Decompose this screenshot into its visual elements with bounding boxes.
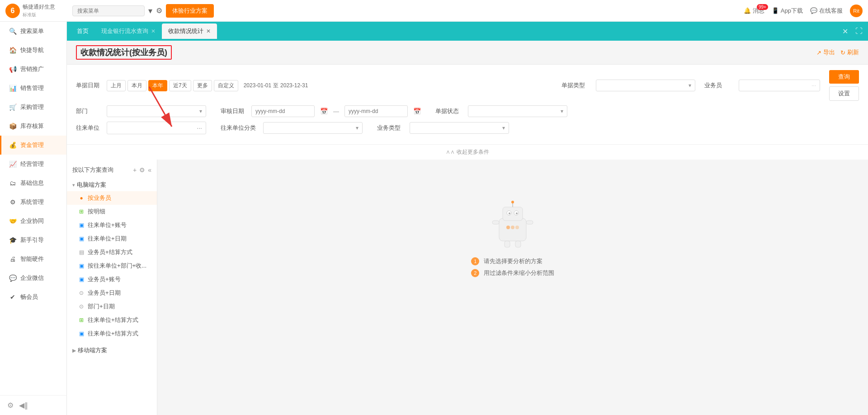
maximize-window-icon[interactable]: ⛶ — [854, 25, 864, 37]
scheme-item-4[interactable]: ▤ 业务员+结算方式 — [67, 245, 157, 259]
sidebar-item-basic[interactable]: 🗂 基础信息 — [0, 174, 66, 193]
svg-rect-8 — [492, 221, 499, 224]
setting-button[interactable]: 设置 — [829, 86, 859, 101]
scheme-mobile-group: ▶ 移动端方案 — [67, 342, 157, 358]
online-service-item[interactable]: 💬 在线客服 — [810, 7, 843, 15]
date-btn-this-year[interactable]: 本年 — [148, 80, 167, 91]
review-date-start-input[interactable] — [251, 105, 315, 117]
doc-type-select[interactable]: ▾ — [596, 80, 695, 91]
review-date-end-input[interactable] — [344, 105, 408, 117]
doc-status-select[interactable]: ▾ — [468, 105, 567, 117]
main-layout: 🔍 搜索菜单 🏠 快捷导航 📢 营销推广 📊 销售管理 🛒 采购管理 📦 库存核… — [0, 22, 868, 415]
date-range: 2023-01-01 至 2023-12-31 — [244, 82, 308, 90]
review-calendar-end-icon[interactable]: 📅 — [413, 108, 421, 115]
tab-collection-stat[interactable]: 收款情况统计 ✕ — [162, 24, 217, 39]
sidebar-item-sales[interactable]: 📊 销售管理 — [0, 79, 66, 98]
filter-row-3: 往来单位 ··· 往来单位分类 ▾ 业务类型 ▾ — [76, 122, 859, 134]
collapse-sidebar-icon[interactable]: ◀‖ — [19, 401, 28, 410]
scheme-item-7[interactable]: ⊙ 业务员+日期 — [67, 286, 157, 300]
sidebar-guide-label: 新手引导 — [20, 236, 44, 244]
sidebar-item-search[interactable]: 🔍 搜索菜单 — [0, 22, 66, 41]
user-avatar[interactable]: Rit — [850, 5, 863, 17]
scheme-item-icon-2: ▣ — [78, 222, 85, 229]
scheme-item-1[interactable]: ⊞ 按明细 — [67, 205, 157, 218]
sidebar-item-purchase[interactable]: 🛒 采购管理 — [0, 98, 66, 117]
sales-icon: 📊 — [9, 84, 17, 92]
sidebar-item-quicknav[interactable]: 🏠 快捷导航 — [0, 41, 66, 60]
sidebar-item-hardware[interactable]: 🖨 智能硬件 — [0, 250, 66, 269]
scheme-item-2[interactable]: ▣ 往来单位+账号 — [67, 218, 157, 232]
sidebar-item-system[interactable]: ⚙ 系统管理 — [0, 193, 66, 212]
scheme-item-5[interactable]: ▣ 按往来单位+部门+收... — [67, 259, 157, 273]
hardware-icon: 🖨 — [9, 255, 17, 263]
review-date-dash: — — [333, 108, 339, 115]
date-btn-this-month[interactable]: 本月 — [127, 80, 146, 91]
scheme-collapse-icon[interactable]: « — [148, 166, 151, 174]
top-right-actions: 🔔 消息 99+ 📱 App下载 💬 在线客服 Rit — [744, 5, 863, 17]
salesman-more-icon[interactable]: ··· — [811, 82, 816, 89]
partner-category-select[interactable]: ▾ — [263, 122, 363, 134]
app-download-item[interactable]: 📱 App下载 — [772, 7, 803, 15]
export-button[interactable]: ↗ 导出 — [816, 48, 835, 57]
tab-home[interactable]: 首页 — [71, 24, 95, 39]
sidebar-system-label: 系统管理 — [20, 198, 44, 206]
tab-bank-flow[interactable]: 现金银行流水查询 ✕ — [95, 24, 162, 39]
date-btn-custom[interactable]: 自定义 — [214, 80, 238, 91]
empty-tip-1: 1 请先选择要分析的方案 — [471, 255, 554, 267]
sidebar-item-operation[interactable]: 📈 经营管理 — [0, 155, 66, 174]
search-input[interactable] — [72, 5, 145, 16]
sidebar-item-vip[interactable]: ✔ 畅会员 — [0, 288, 66, 307]
partner-more-icon[interactable]: ··· — [197, 124, 202, 132]
scheme-item-8[interactable]: ⊙ 部门+日期 — [67, 300, 157, 313]
sidebar: 🔍 搜索菜单 🏠 快捷导航 📢 营销推广 📊 销售管理 🛒 采购管理 📦 库存核… — [0, 22, 67, 415]
tab-collection-stat-close[interactable]: ✕ — [206, 28, 211, 34]
trial-button[interactable]: 体验行业方案 — [166, 4, 214, 18]
scheme-add-icon[interactable]: + — [133, 166, 137, 174]
close-window-icon[interactable]: ✕ — [840, 25, 850, 38]
partner-category-label: 往来单位分类 — [221, 124, 256, 132]
settings-bottom-icon[interactable]: ⚙ — [7, 401, 14, 410]
scheme-item-label-9: 往来单位+结算方式 — [88, 316, 138, 324]
scheme-item-6[interactable]: ▣ 业务员+账号 — [67, 273, 157, 286]
biz-type-select[interactable]: ▾ — [410, 122, 509, 134]
sidebar-operation-label: 经营管理 — [20, 160, 44, 168]
tab-bank-flow-close[interactable]: ✕ — [151, 28, 156, 34]
scheme-item-10[interactable]: ▣ 往来单位+结算方式 — [67, 327, 157, 340]
refresh-button[interactable]: ↻ 刷新 — [840, 48, 859, 57]
collapse-bar[interactable]: ∧∧ 收起更多条件 — [67, 144, 868, 160]
review-calendar-start-icon[interactable]: 📅 — [320, 108, 328, 115]
scheme-item-icon-6: ▣ — [78, 276, 85, 283]
online-service-label: 在线客服 — [819, 7, 843, 15]
scheme-item-0[interactable]: ● 按业务员 — [67, 191, 157, 205]
sidebar-item-enterprise[interactable]: 🤝 企业协同 — [0, 212, 66, 231]
sidebar-item-inventory[interactable]: 📦 库存核算 — [0, 117, 66, 136]
scheme-mobile-header[interactable]: ▶ 移动端方案 — [67, 344, 157, 357]
scheme-gear-icon[interactable]: ⚙ — [139, 166, 145, 174]
scheme-mobile-label: 移动端方案 — [78, 346, 107, 354]
sidebar-item-wechat[interactable]: 💬 企业微信 — [0, 269, 66, 288]
salesman-select[interactable]: ··· — [739, 80, 820, 91]
empty-state: 1 请先选择要分析的方案 2 用过滤条件来缩小分析范围 — [471, 196, 554, 279]
date-btn-more[interactable]: 更多 — [193, 80, 212, 91]
date-btn-7days[interactable]: 近7天 — [169, 80, 191, 91]
settings-gear-icon[interactable]: ⚙ — [156, 6, 162, 15]
sidebar-marketing-label: 营销推广 — [20, 65, 44, 73]
nav-dropdown-icon[interactable]: ▾ — [148, 6, 152, 16]
svg-point-7 — [511, 201, 514, 203]
scheme-item-3[interactable]: ▣ 往来单位+日期 — [67, 232, 157, 245]
message-item[interactable]: 🔔 消息 99+ — [744, 7, 764, 15]
dept-select[interactable]: ▾ — [107, 105, 206, 117]
scheme-item-label-6: 业务员+账号 — [88, 275, 121, 283]
scheme-item-9[interactable]: ⊞ 往来单位+结算方式 — [67, 313, 157, 327]
scheme-desktop-header[interactable]: ▾ 电脑端方案 — [67, 179, 157, 191]
partner-select[interactable]: ··· — [107, 122, 206, 134]
date-filter: 上月 本月 本年 近7天 更多 自定义 — [107, 80, 238, 91]
content-area: 首页 现金银行流水查询 ✕ 收款情况统计 ✕ ✕ ⛶ 收款情况统计(按业务员) … — [67, 22, 868, 415]
date-btn-last-month[interactable]: 上月 — [107, 80, 126, 91]
sidebar-item-guide[interactable]: 🎓 新手引导 — [0, 231, 66, 250]
sidebar-item-marketing[interactable]: 📢 营销推广 — [0, 60, 66, 79]
sidebar-item-finance[interactable]: 💰 资金管理 — [0, 136, 66, 155]
message-badge: 99+ — [757, 4, 768, 10]
query-button[interactable]: 查询 — [829, 70, 859, 84]
doc-type-chevron: ▾ — [689, 82, 691, 89]
